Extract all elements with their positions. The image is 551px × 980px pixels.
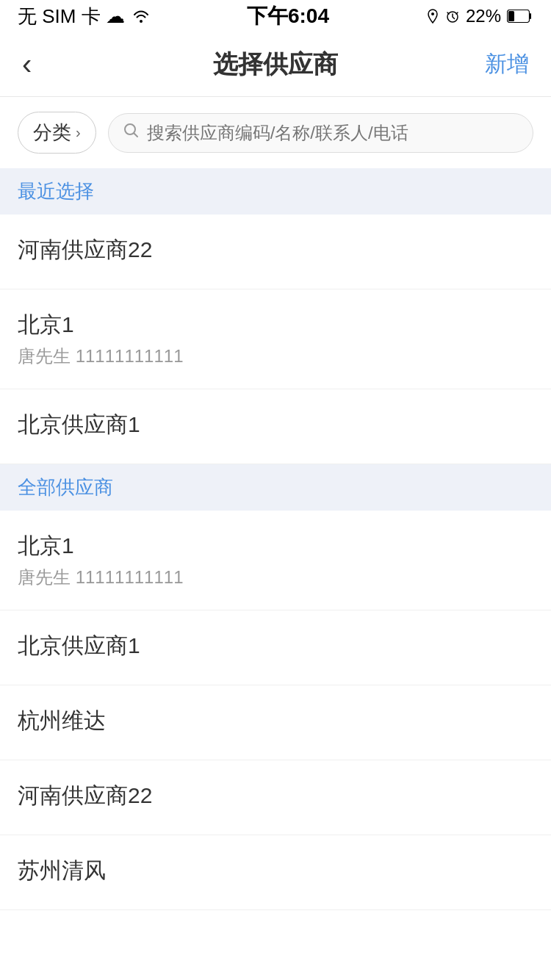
category-label: 分类	[33, 120, 71, 145]
status-bar: 无 SIM 卡 ☁ 下午6:04 22%	[0, 0, 551, 32]
list-item[interactable]: 河南供应商22	[0, 215, 551, 289]
list-item[interactable]: 苏州清风	[0, 835, 551, 910]
search-bar[interactable]	[108, 113, 533, 153]
list-item[interactable]: 河南供应商22	[0, 760, 551, 835]
item-name: 河南供应商22	[18, 235, 533, 265]
item-name: 苏州清风	[18, 856, 533, 886]
item-name: 北京供应商1	[18, 631, 533, 661]
item-name: 北京供应商1	[18, 410, 533, 440]
search-icon	[123, 123, 140, 143]
add-button[interactable]: 新增	[485, 49, 529, 79]
wifi-icon	[132, 10, 150, 23]
all-section-header: 全部供应商	[0, 464, 551, 511]
all-items-list: 北京1唐先生 11111111111北京供应商1杭州维达河南供应商22苏州清风	[0, 511, 551, 910]
item-name: 河南供应商22	[18, 781, 533, 811]
nav-bar: ‹ 选择供应商 新增	[0, 32, 551, 97]
alarm-icon	[445, 9, 460, 24]
recent-section-header: 最近选择	[0, 168, 551, 215]
status-right: 22%	[426, 6, 533, 26]
item-name: 杭州维达	[18, 706, 533, 736]
list-item[interactable]: 杭州维达	[0, 685, 551, 760]
category-button[interactable]: 分类 ›	[18, 112, 96, 154]
recent-section-label: 最近选择	[18, 180, 94, 202]
search-input[interactable]	[147, 123, 518, 143]
item-name: 北京1	[18, 310, 533, 340]
chevron-right-icon: ›	[76, 124, 81, 141]
all-section-label: 全部供应商	[18, 476, 113, 498]
svg-point-0	[431, 12, 434, 15]
item-sub: 唐先生 11111111111	[18, 566, 533, 589]
svg-rect-3	[508, 11, 514, 21]
list-item[interactable]: 北京1唐先生 11111111111	[0, 289, 551, 389]
battery-percent: 22%	[466, 6, 501, 26]
status-time: 下午6:04	[247, 2, 329, 30]
list-item[interactable]: 北京供应商1	[0, 389, 551, 464]
item-name: 北京1	[18, 531, 533, 561]
page-title: 选择供应商	[213, 48, 338, 82]
list-item[interactable]: 北京1唐先生 11111111111	[0, 511, 551, 610]
item-sub: 唐先生 11111111111	[18, 345, 533, 368]
location-icon	[426, 9, 439, 24]
recent-items-list: 河南供应商22北京1唐先生 11111111111北京供应商1	[0, 215, 551, 464]
battery-icon	[507, 10, 533, 23]
status-left: 无 SIM 卡 ☁	[18, 4, 150, 29]
filter-bar: 分类 ›	[0, 97, 551, 168]
list-item[interactable]: 北京供应商1	[0, 610, 551, 685]
sim-status: 无 SIM 卡 ☁	[18, 4, 125, 29]
back-button[interactable]: ‹	[22, 48, 66, 81]
